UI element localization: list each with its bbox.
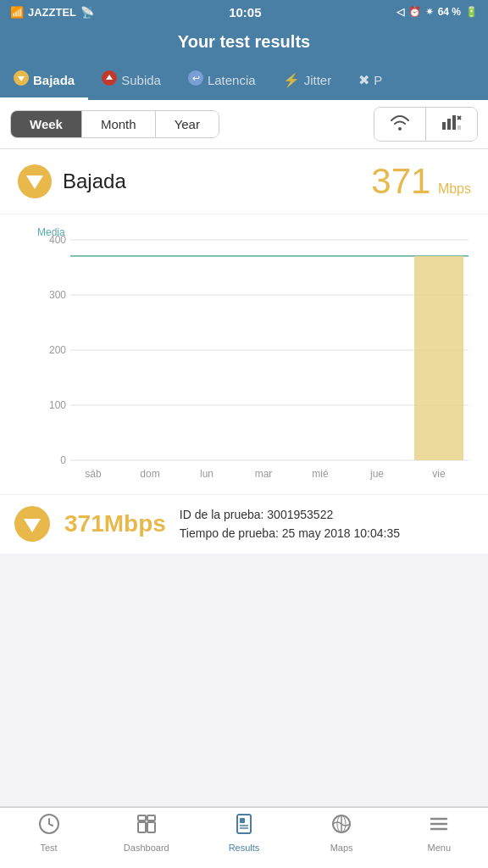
bottom-nav: Test Dashboard Results (0, 807, 488, 868)
tab-latencia-label: Latencia (208, 73, 256, 87)
nav-dashboard[interactable]: Dashboard (117, 813, 176, 853)
svg-text:300: 300 (49, 289, 66, 301)
period-year[interactable]: Year (156, 111, 219, 137)
nav-test-label: Test (41, 843, 58, 853)
nav-test[interactable]: Test (19, 813, 79, 853)
svg-text:vie: vie (432, 468, 446, 480)
results-icon (233, 813, 255, 840)
svg-text:mar: mar (255, 468, 273, 480)
period-row: Week Month Year (0, 100, 488, 149)
result-details: ID de la prueba: 3001953522 Tiempo de pr… (180, 505, 474, 543)
svg-rect-8 (452, 115, 456, 130)
result-info: 371Mbps ID de la prueba: 3001953522 Tiem… (0, 494, 488, 554)
status-carrier: 📶 JAZZTEL 📡 (10, 6, 94, 19)
status-time: 10:05 (229, 5, 261, 19)
result-bajada-icon (14, 505, 51, 542)
nav-menu-label: Menu (428, 843, 452, 853)
metric-name: Bajada (63, 170, 126, 193)
chart-svg: 400 300 200 100 0 sáb dom lun mar mié ju… (34, 223, 480, 494)
svg-text:mié: mié (312, 468, 329, 480)
metric-unit: Mbps (438, 181, 471, 196)
svg-rect-6 (442, 122, 446, 130)
svg-text:100: 100 (49, 399, 66, 411)
nav-maps[interactable]: Maps (312, 813, 371, 853)
period-selector: Week Month Year (10, 110, 219, 138)
page-header: Your test results (0, 24, 488, 62)
period-week[interactable]: Week (11, 111, 82, 137)
svg-rect-35 (147, 815, 155, 821)
p-icon: ✖ (358, 72, 369, 88)
metric-value: 371 (371, 161, 430, 201)
svg-rect-9 (458, 125, 461, 130)
tab-bajada-label: Bajada (33, 73, 75, 87)
subida-icon (102, 70, 117, 89)
page-title: Your test results (178, 32, 310, 51)
tab-p-label: P (374, 73, 382, 87)
chart-container: Media 400 300 200 100 0 sáb dom lun mar … (0, 214, 488, 494)
alarm-icon: ⏰ (408, 6, 421, 18)
signal-bars-icon: 📶 (10, 6, 24, 19)
svg-rect-37 (147, 822, 155, 832)
tab-jitter[interactable]: ⚡ Jitter (269, 62, 346, 100)
spacer (0, 554, 488, 806)
svg-text:↩: ↩ (191, 73, 199, 83)
svg-text:lun: lun (200, 468, 214, 480)
bajada-circle-icon (17, 164, 53, 199)
period-month[interactable]: Month (82, 111, 156, 137)
svg-rect-39 (240, 818, 245, 823)
svg-text:200: 200 (49, 344, 66, 356)
menu-icon (428, 813, 450, 840)
metric-tabs: Bajada Subida ↩ Latencia ⚡ Jitter ✖ P (0, 62, 488, 100)
tab-bajada[interactable]: Bajada (0, 62, 88, 100)
status-right: ◁ ⏰ ✴ 64 % 🔋 (396, 6, 478, 18)
nav-results-label: Results (229, 843, 260, 853)
battery-icon: 🔋 (465, 6, 478, 18)
wifi-icon: 📡 (80, 6, 94, 19)
wifi-signal-btn[interactable] (374, 108, 426, 141)
svg-rect-36 (138, 822, 146, 832)
status-bar: 📶 JAZZTEL 📡 10:05 ◁ ⏰ ✴ 64 % 🔋 (0, 0, 488, 24)
jitter-icon: ⚡ (283, 72, 300, 88)
signal-selector (374, 107, 478, 142)
nav-menu[interactable]: Menu (409, 813, 469, 853)
cell-signal-btn[interactable] (426, 108, 477, 141)
location-icon: ◁ (396, 6, 404, 18)
tab-subida-label: Subida (121, 73, 161, 87)
maps-icon (330, 813, 352, 840)
test-icon (38, 813, 60, 840)
svg-rect-38 (237, 815, 251, 833)
nav-maps-label: Maps (330, 843, 353, 853)
nav-results[interactable]: Results (214, 813, 274, 853)
svg-text:jue: jue (369, 468, 384, 480)
result-speed: 371Mbps (64, 510, 166, 537)
metric-display: Bajada 371 Mbps (0, 149, 488, 214)
metric-value-group: 371 Mbps (371, 161, 471, 202)
svg-rect-34 (138, 815, 146, 821)
svg-text:sáb: sáb (85, 468, 102, 480)
nav-dashboard-label: Dashboard (124, 843, 169, 853)
dashboard-icon (136, 813, 158, 840)
bajada-icon (14, 70, 29, 89)
result-id: ID de la prueba: 3001953522 (180, 505, 474, 524)
metric-label-group: Bajada (17, 164, 126, 199)
svg-text:0: 0 (60, 454, 66, 466)
tab-p[interactable]: ✖ P (345, 62, 396, 100)
chart-media-label: Media (37, 226, 65, 238)
tab-subida[interactable]: Subida (88, 62, 175, 100)
svg-rect-7 (447, 119, 451, 130)
latencia-icon: ↩ (188, 70, 203, 89)
svg-text:dom: dom (140, 468, 159, 480)
svg-rect-23 (414, 256, 463, 460)
tab-latencia[interactable]: ↩ Latencia (175, 62, 269, 100)
tab-jitter-label: Jitter (304, 73, 332, 87)
bluetooth-icon: ✴ (425, 6, 434, 18)
result-time: Tiempo de prueba: 25 may 2018 10:04:35 (180, 524, 474, 542)
